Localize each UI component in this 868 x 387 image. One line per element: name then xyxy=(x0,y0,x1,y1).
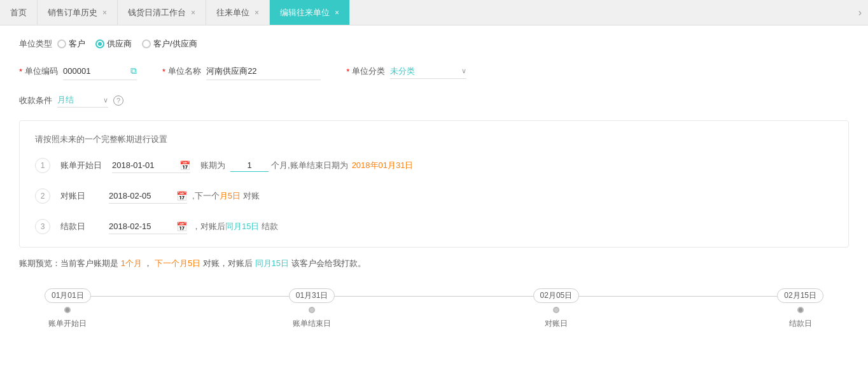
radio-customer[interactable]: 客户 xyxy=(57,38,85,50)
timeline-dot-0 xyxy=(64,307,71,313)
period-input[interactable] xyxy=(230,159,269,172)
unit-type-label: 单位类型 xyxy=(19,38,52,50)
unit-category-label: 单位分类 xyxy=(352,66,385,77)
step-label-1: 账单开始日 xyxy=(60,160,102,171)
step-row-3: 3 结款日 📅 ，对账后 同月15日 结款 xyxy=(35,219,833,234)
tab-partners[interactable]: 往来单位 × xyxy=(206,0,270,25)
timeline-dot-1 xyxy=(309,307,315,313)
timeline-items: 01月01日 账单开始日 01月31日 账单结束日 02月05日 对账日 02月… xyxy=(19,288,849,329)
timeline-badge-0: 01月01日 xyxy=(45,288,91,303)
tab-edit-partner-close[interactable]: × xyxy=(335,8,339,17)
tab-home[interactable]: 首页 xyxy=(0,0,38,25)
payment-terms-value: 月结 xyxy=(57,94,98,106)
settings-panel: 请按照未来的一个完整帐期进行设置 1 账单开始日 📅 账期为 个月,账单结束日期… xyxy=(19,120,849,248)
preview-middle1: ， xyxy=(144,258,152,268)
radio-both-label: 客户/供应商 xyxy=(153,38,197,50)
step-label-3: 结款日 xyxy=(60,221,99,232)
payment-terms-arrow: ∨ xyxy=(103,96,108,104)
preview-next-day: 下一个月5日 xyxy=(155,258,200,268)
panel-desc: 请按照未来的一个完整帐期进行设置 xyxy=(35,134,833,145)
unit-category-item: * 单位分类 未分类 ∨ xyxy=(346,64,466,79)
unit-info-row: * 单位编码 ⧉ * 单位名称 * 单位分类 未分类 ∨ xyxy=(19,62,849,80)
tab-sales-history-close[interactable]: × xyxy=(102,8,107,17)
timeline-badge-1: 01月31日 xyxy=(289,288,335,303)
tab-partners-label: 往来单位 xyxy=(216,7,249,18)
unit-category-arrow: ∨ xyxy=(461,67,466,75)
timeline-point-1: 01月31日 账单结束日 xyxy=(289,288,335,329)
main-content: 单位类型 客户 供应商 客户/供应商 * 单位编码 xyxy=(0,25,868,387)
payment-terms-item: 收款条件 月结 ∨ ? xyxy=(19,93,123,108)
step-highlight-day-3: 同月15日 xyxy=(225,221,259,232)
unit-code-item: * 单位编码 ⧉ xyxy=(19,62,137,80)
step-date-wrapper-3: 📅 xyxy=(109,219,187,234)
step-suffix-pre-2: ,下一个 xyxy=(192,190,220,202)
timeline-dot-3 xyxy=(797,307,804,313)
cal-icon-2[interactable]: 📅 xyxy=(176,191,187,201)
step-suffix-before-1: 账期为 xyxy=(200,160,225,171)
step-suffix-post-3: 结款 xyxy=(262,221,278,232)
step-num-3: 3 xyxy=(35,219,50,234)
help-icon[interactable]: ? xyxy=(113,95,123,106)
step-date-wrapper-1: 📅 xyxy=(112,158,190,173)
timeline-point-2: 02月05日 对账日 xyxy=(533,288,580,329)
timeline-label-3: 结款日 xyxy=(789,318,812,329)
unit-name-star: * xyxy=(162,67,165,76)
unit-name-wrapper xyxy=(206,62,321,80)
unit-code-input[interactable] xyxy=(63,64,127,78)
cal-icon-1[interactable]: 📅 xyxy=(179,160,190,171)
tab-cash-work[interactable]: 钱货日清工作台 × xyxy=(118,0,206,25)
cal-icon-3[interactable]: 📅 xyxy=(176,222,187,232)
step-num-2: 2 xyxy=(35,188,50,204)
unit-category-star: * xyxy=(346,67,349,76)
step-num-1: 1 xyxy=(35,158,50,173)
step-date-input-2[interactable] xyxy=(109,190,172,202)
tab-sales-history-label: 销售订单历史 xyxy=(48,7,97,18)
step-suffix-post-2: 对账 xyxy=(243,190,260,202)
timeline-dot-2 xyxy=(553,307,559,313)
tab-cash-work-close[interactable]: × xyxy=(191,8,195,17)
tab-edit-partner-label: 编辑往来单位 xyxy=(280,7,330,18)
tab-home-label: 首页 xyxy=(10,7,27,18)
step-date-input-3[interactable] xyxy=(109,220,172,232)
radio-customer-circle xyxy=(57,39,66,48)
timeline-point-3: 02月15日 结款日 xyxy=(777,288,823,329)
timeline-container: 01月01日 账单开始日 01月31日 账单结束日 02月05日 对账日 02月… xyxy=(19,282,849,342)
step-highlight-day-2: 月5日 xyxy=(220,190,241,202)
payment-terms-row: 收款条件 月结 ∨ ? xyxy=(19,93,849,108)
unit-code-star: * xyxy=(19,67,22,76)
preview-prefix: 账期预览：当前客户账期是 xyxy=(19,258,118,268)
radio-group: 客户 供应商 客户/供应商 xyxy=(57,38,197,50)
unit-name-label: 单位名称 xyxy=(168,66,201,77)
tab-partners-close[interactable]: × xyxy=(255,8,259,17)
step-row-1: 1 账单开始日 📅 账期为 个月,账单结束日期为 2018年01月31日 xyxy=(35,158,833,173)
tab-sales-history[interactable]: 销售订单历史 × xyxy=(38,0,118,25)
unit-code-label: 单位编码 xyxy=(25,66,58,77)
preview-settle-day: 同月15日 xyxy=(255,258,289,268)
preview-middle2: 对账，对账后 xyxy=(203,258,253,268)
step-suffix-pre-3: ，对账后 xyxy=(192,221,225,232)
timeline-label-0: 账单开始日 xyxy=(48,318,87,329)
step-date-wrapper-2: 📅 xyxy=(109,188,187,204)
unit-type-row: 单位类型 客户 供应商 客户/供应商 xyxy=(19,38,849,50)
unit-name-input[interactable] xyxy=(206,64,321,78)
step-date-input-1[interactable] xyxy=(112,159,176,171)
timeline-badge-3: 02月15日 xyxy=(777,288,823,303)
unit-code-wrapper: ⧉ xyxy=(63,62,137,80)
radio-both[interactable]: 客户/供应商 xyxy=(142,38,197,50)
payment-terms-select[interactable]: 月结 ∨ xyxy=(57,93,108,108)
copy-icon[interactable]: ⧉ xyxy=(130,66,137,76)
end-date-highlight: 2018年01月31日 xyxy=(352,160,414,171)
radio-supplier[interactable]: 供应商 xyxy=(95,38,132,50)
radio-both-circle xyxy=(142,39,151,48)
radio-supplier-circle xyxy=(95,39,104,48)
tab-overflow-arrow[interactable]: › xyxy=(852,0,868,25)
unit-type-item: 单位类型 客户 供应商 客户/供应商 xyxy=(19,38,197,50)
timeline-badge-2: 02月05日 xyxy=(533,288,580,303)
unit-category-select[interactable]: 未分类 ∨ xyxy=(390,64,466,79)
tab-edit-partner[interactable]: 编辑往来单位 × xyxy=(270,0,350,25)
radio-supplier-label: 供应商 xyxy=(107,38,132,50)
timeline-label-2: 对账日 xyxy=(545,318,568,329)
preview-text: 账期预览：当前客户账期是 1个月 ， 下一个月5日 对账，对账后 同月15日 该… xyxy=(19,258,849,269)
timeline-label-1: 账单结束日 xyxy=(293,318,331,329)
step-label-2: 对账日 xyxy=(60,190,99,202)
